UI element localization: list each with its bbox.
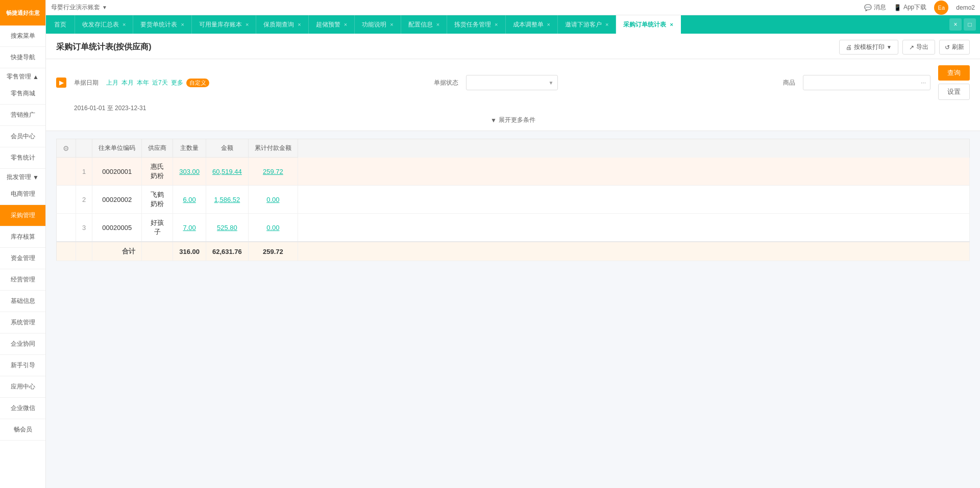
this-month-shortcut[interactable]: 本月 <box>121 79 134 87</box>
gear-icon[interactable]: ⚙ <box>63 144 69 152</box>
close-icon[interactable]: × <box>344 21 347 28</box>
filter-toggle-button[interactable]: ▶ <box>56 78 66 88</box>
this-year-shortcut[interactable]: 本年 <box>137 79 149 87</box>
cell-gear <box>57 158 76 186</box>
sidebar-item-inventory[interactable]: 库存核算 <box>0 226 46 248</box>
export-button[interactable]: ↗ 导出 <box>902 40 935 55</box>
sidebar-item-enterprise[interactable]: 企业协同 <box>0 333 46 355</box>
cell-main-qty: 6.00 <box>173 186 206 214</box>
account-switcher[interactable]: 母婴行业演示账套 ▼ <box>51 3 107 12</box>
close-icon[interactable]: × <box>122 21 126 28</box>
sidebar-item-label: 批发管理 <box>7 173 31 182</box>
sidebar-item-app-center[interactable]: 应用中心 <box>0 376 46 398</box>
chevron-down-icon: ▼ <box>102 5 107 10</box>
tab-config[interactable]: 配置信息 × <box>401 15 447 34</box>
settings-button[interactable]: 设置 <box>938 84 970 100</box>
expand-filter-button[interactable]: ▼ 展开更多条件 <box>56 116 970 124</box>
tab-func-desc[interactable]: 功能说明 × <box>355 15 401 34</box>
col-paid-amount[interactable]: 累计付款金额 <box>248 139 298 158</box>
sidebar-item-search[interactable]: 搜索菜单 <box>0 25 46 47</box>
tab-label: 配置信息 <box>408 20 433 29</box>
close-icon[interactable]: × <box>605 21 608 28</box>
close-icon[interactable]: × <box>246 21 249 28</box>
col-unit-code[interactable]: 往来单位编码 <box>92 139 142 158</box>
cell-unit-code: 00020005 <box>92 214 142 242</box>
tab-picking-task[interactable]: 拣货任务管理 × <box>447 15 505 34</box>
sidebar-item-purchase[interactable]: 采购管理 <box>0 205 46 226</box>
maximize-button[interactable]: □ <box>964 18 976 31</box>
tab-receive-send[interactable]: 收发存汇总表 × <box>75 15 133 34</box>
sidebar-item-new-guide[interactable]: 新手引导 <box>0 355 46 376</box>
cell-amount: 525.80 <box>206 214 249 242</box>
app-download-button[interactable]: 📱 App下载 <box>894 3 926 12</box>
sidebar-item-retail[interactable]: 零售管理 ▲ <box>0 68 46 83</box>
close-icon[interactable]: × <box>436 21 439 28</box>
sidebar-item-marketing[interactable]: 营销推广 <box>0 105 46 126</box>
refresh-icon: ↺ <box>945 44 950 51</box>
avatar[interactable]: Ea <box>934 1 948 15</box>
cell-spacer <box>298 186 969 214</box>
footer-amount: 62,631.76 <box>206 242 249 261</box>
sidebar-item-quick-nav[interactable]: 快捷导航 <box>0 47 46 68</box>
col-amount[interactable]: 金额 <box>206 139 249 158</box>
page-header: 采购订单统计表(按供应商) 🖨 按模板打印 ▼ ↗ 导出 ↺ 刷新 <box>46 34 980 59</box>
table-row: 2 00020002 飞鹤奶粉 6.00 1,586.52 0.00 <box>57 186 970 214</box>
chevron-up-icon: ▲ <box>33 73 39 81</box>
tab-cost-adjust[interactable]: 成本调整单 × <box>506 15 558 34</box>
tab-label: 成本调整单 <box>513 20 544 29</box>
tab-purchase-stats[interactable]: 采购订单统计表 × <box>616 15 680 34</box>
cell-supplier: 好孩子 <box>142 214 173 242</box>
refresh-button[interactable]: ↺ 刷新 <box>939 40 970 55</box>
tab-expiry-query[interactable]: 保质期查询 × <box>256 15 308 34</box>
sidebar-item-enterprise-wx[interactable]: 企业微信 <box>0 398 46 419</box>
tab-stock-ledger[interactable]: 可用量库存账本 × <box>192 15 256 34</box>
goods-input[interactable]: ··· <box>803 75 930 90</box>
close-icon[interactable]: × <box>181 21 184 28</box>
more-icon[interactable]: ··· <box>921 79 926 86</box>
app-label: App下载 <box>903 3 926 12</box>
sidebar-item-member[interactable]: 会员中心 <box>0 126 46 147</box>
col-supplier[interactable]: 供应商 <box>142 139 173 158</box>
close-tab-button[interactable]: × <box>949 18 962 31</box>
cell-amount: 60,519.44 <box>206 158 249 186</box>
sidebar-item-label: 零售管理 <box>7 72 31 81</box>
sidebar-item-basic-info[interactable]: 基础信息 <box>0 291 46 312</box>
logo-text: 畅捷通好生意 <box>6 9 40 16</box>
last-month-shortcut[interactable]: 上月 <box>106 79 118 87</box>
sidebar-item-label: 畅会员 <box>3 425 43 434</box>
print-label: 按模板打印 <box>854 43 885 52</box>
col-main-qty[interactable]: 主数量 <box>173 139 206 158</box>
sidebar-item-finance[interactable]: 资金管理 <box>0 248 46 269</box>
cell-main-qty: 303.00 <box>173 158 206 186</box>
tab-invite-downstream[interactable]: 邀请下游客户 × <box>558 15 616 34</box>
sidebar-item-label: 经营管理 <box>3 275 43 284</box>
custom-badge: 自定义 <box>186 79 209 87</box>
query-button[interactable]: 查询 <box>938 65 970 81</box>
sidebar-item-label: 零售统计 <box>3 153 43 162</box>
sidebar-item-system[interactable]: 系统管理 <box>0 312 46 333</box>
sidebar-item-retail-stats[interactable]: 零售统计 <box>0 147 46 169</box>
last-7-days-shortcut[interactable]: 近7天 <box>152 79 168 87</box>
tab-goods-stats[interactable]: 要货单统计表 × <box>133 15 191 34</box>
sidebar-item-retail-mall[interactable]: 零售商城 <box>0 83 46 105</box>
status-select[interactable]: ▼ <box>466 75 558 90</box>
message-button[interactable]: 💬 消息 <box>864 3 886 12</box>
tab-overstock[interactable]: 超储预警 × <box>309 15 355 34</box>
close-icon[interactable]: × <box>390 21 393 28</box>
close-icon[interactable]: × <box>495 21 498 28</box>
close-icon[interactable]: × <box>298 21 301 28</box>
nav-tabs-right: × □ <box>949 18 980 31</box>
more-shortcut[interactable]: 更多 <box>171 79 183 87</box>
tab-label: 拣货任务管理 <box>454 20 491 29</box>
tab-home[interactable]: 首页 <box>46 15 75 34</box>
sidebar-item-operations[interactable]: 经营管理 <box>0 269 46 291</box>
sidebar-item-wholesale[interactable]: 批发管理 ▼ <box>0 169 46 184</box>
close-icon[interactable]: × <box>547 21 550 28</box>
table-area: ⚙ 往来单位编码 供应商 主数量 金额 累计付款金额 1 00020001 惠氏… <box>46 131 980 488</box>
sidebar-item-vip[interactable]: 畅会员 <box>0 419 46 441</box>
username[interactable]: demo2 <box>956 4 975 11</box>
close-icon[interactable]: × <box>670 21 673 28</box>
print-button[interactable]: 🖨 按模板打印 ▼ <box>839 40 898 55</box>
topbar-right: 💬 消息 📱 App下载 Ea demo2 <box>864 1 975 15</box>
sidebar-item-ecommerce[interactable]: 电商管理 <box>0 184 46 205</box>
